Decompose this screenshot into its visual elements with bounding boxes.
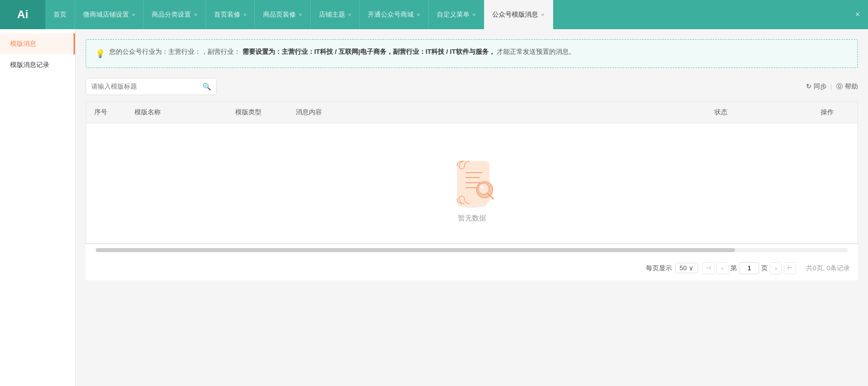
sidebar-item-template-msg[interactable]: 模版消息 [0, 33, 75, 54]
per-page-label: 每页显示 [646, 264, 672, 273]
nav-tab-shop-theme[interactable]: 店铺主题× [311, 0, 360, 29]
nav-tab-category-settings[interactable]: 商品分类设置× [144, 0, 206, 29]
nav-tab-product-decor[interactable]: 商品页装修× [255, 0, 310, 29]
close-tab-icon[interactable]: × [243, 12, 246, 18]
nav-tab-shop-settings[interactable]: 微商城店铺设置× [75, 0, 144, 29]
scroll-thumb[interactable] [96, 248, 735, 252]
page-input[interactable] [739, 262, 759, 274]
nav-tabs: 首页微商城店铺设置×商品分类设置×首页装修×商品页装修×店铺主题×开通公众号商城… [45, 0, 847, 29]
app-logo: Ai [0, 0, 45, 29]
pagination: 每页显示 50 ∨ ⊣ ‹ 第 页 › ⊢ 共0页, 0条记录 [86, 256, 858, 280]
notice-text: 您的公众号行业为：主营行业：，副营行业： 需要设置为：主营行业：IT科技 / 互… [109, 47, 575, 57]
next-page-button[interactable]: › [770, 262, 782, 274]
nav-tab-label: 首页装修 [214, 10, 240, 19]
close-tab-icon[interactable]: × [417, 12, 420, 18]
nav-tab-label: 商品分类设置 [152, 10, 191, 19]
empty-text: 暂无数据 [458, 214, 486, 223]
divider: | [831, 83, 832, 90]
close-tab-icon[interactable]: × [541, 12, 544, 18]
close-tab-icon[interactable]: × [194, 12, 197, 18]
col-seq: 序号 [86, 102, 126, 123]
sync-help-area: ↻ 同步 | ⓪ 帮助 [806, 82, 858, 91]
prev-page-button[interactable]: ‹ [716, 262, 728, 274]
nav-tab-label: 开通公众号商城 [368, 10, 414, 19]
nav-tab-label: 自定义菜单 [437, 10, 470, 19]
col-type: 模版类型 [227, 102, 288, 123]
nav-tab-label: 店铺主题 [319, 10, 345, 19]
nav-tab-label: 商品页装修 [263, 10, 296, 19]
main-layout: 模版消息模版消息记录 💡 您的公众号行业为：主营行业：，副营行业： 需要设置为：… [0, 29, 868, 386]
page-unit: 页 [761, 264, 768, 273]
sidebar: 模版消息模版消息记录 [0, 29, 76, 386]
nav-tab-template-msg[interactable]: 公众号模版消息× [484, 0, 553, 29]
svg-point-8 [480, 185, 483, 188]
nav-tab-custom-menu[interactable]: 自定义菜单× [429, 0, 484, 29]
col-name: 模版名称 [126, 102, 227, 123]
nav-tab-home[interactable]: 首页 [45, 0, 75, 29]
svg-point-6 [478, 183, 489, 194]
help-icon: ⓪ [836, 82, 843, 91]
per-page-value: 50 [680, 264, 687, 272]
close-all-button[interactable]: × [847, 0, 868, 29]
page-nav: ⊣ ‹ 第 页 › ⊢ [702, 262, 796, 274]
table-header: 序号 模版名称 模版类型 消息内容 状态 操作 [86, 102, 857, 123]
empty-state: 暂无数据 [86, 123, 857, 243]
sidebar-item-template-msg-record[interactable]: 模版消息记录 [0, 54, 75, 75]
per-page-area: 每页显示 50 ∨ [646, 263, 698, 273]
first-page-button[interactable]: ⊣ [702, 262, 714, 274]
sync-icon: ↻ [806, 83, 812, 90]
col-action: 操作 [797, 102, 857, 123]
nav-tab-label: 微商城店铺设置 [83, 10, 129, 19]
top-nav: Ai 首页微商城店铺设置×商品分类设置×首页装修×商品页装修×店铺主题×开通公众… [0, 0, 868, 29]
search-button[interactable]: 🔍 [203, 83, 211, 91]
data-table: 序号 模版名称 模版类型 消息内容 状态 操作 [86, 101, 858, 244]
col-status: 状态 [706, 102, 797, 123]
scroll-bar-area [86, 244, 858, 256]
content-area: 💡 您的公众号行业为：主营行业：，副营行业： 需要设置为：主营行业：IT科技 /… [76, 29, 868, 386]
close-tab-icon[interactable]: × [299, 12, 302, 18]
empty-illustration [442, 153, 502, 214]
help-button[interactable]: ⓪ 帮助 [836, 82, 858, 91]
col-content: 消息内容 [288, 102, 706, 123]
notice-box: 💡 您的公众号行业为：主营行业：，副营行业： 需要设置为：主营行业：IT科技 /… [86, 39, 858, 68]
search-input[interactable] [91, 83, 203, 90]
per-page-select[interactable]: 50 ∨ [675, 263, 698, 273]
close-tab-icon[interactable]: × [132, 12, 135, 18]
nav-tab-home-decor[interactable]: 首页装修× [206, 0, 255, 29]
notice-icon: 💡 [95, 47, 105, 60]
scroll-track[interactable] [96, 248, 848, 252]
nav-tab-open-mall[interactable]: 开通公众号商城× [360, 0, 428, 29]
close-tab-icon[interactable]: × [473, 12, 476, 18]
search-bar: 🔍 ↻ 同步 | ⓪ 帮助 [86, 78, 858, 95]
chevron-down-icon: ∨ [689, 264, 694, 272]
close-tab-icon[interactable]: × [348, 12, 351, 18]
total-info: 共0页, 0条记录 [806, 264, 850, 273]
page-label: 第 [730, 264, 737, 273]
last-page-button[interactable]: ⊢ [784, 262, 796, 274]
search-input-wrap[interactable]: 🔍 [86, 78, 217, 95]
nav-tab-label: 首页 [53, 10, 66, 19]
sync-button[interactable]: ↻ 同步 [806, 82, 827, 91]
nav-tab-label: 公众号模版消息 [492, 10, 538, 19]
